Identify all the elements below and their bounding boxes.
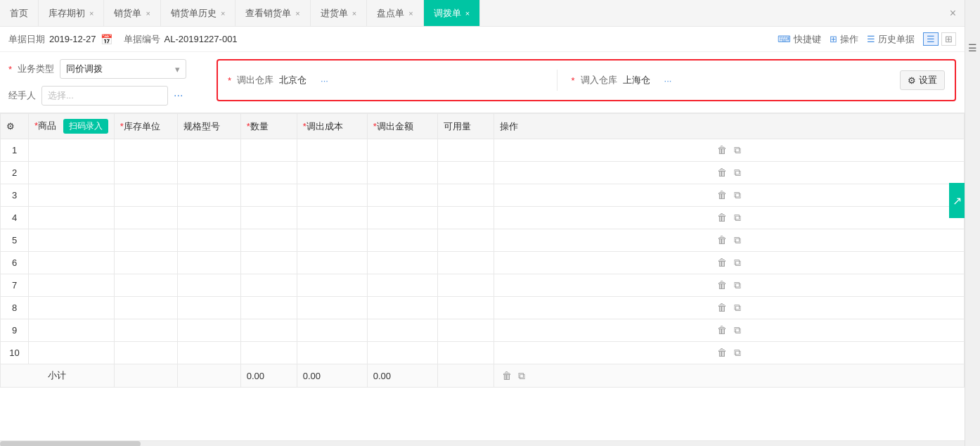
row-unit-10[interactable] bbox=[114, 342, 177, 364]
close-all-tabs[interactable]: × bbox=[941, 7, 965, 20]
subtotal-delete-icon[interactable]: 🗑 bbox=[502, 370, 512, 381]
row-cost-9[interactable] bbox=[297, 319, 367, 342]
tab-close-purchase-order[interactable]: × bbox=[352, 9, 356, 18]
delete-icon-3[interactable]: 🗑 bbox=[717, 189, 727, 200]
layout-grid-icon[interactable]: ⊞ bbox=[941, 32, 956, 46]
row-qty-6[interactable] bbox=[240, 252, 297, 274]
delete-icon-8[interactable]: 🗑 bbox=[717, 302, 727, 313]
row-available-1[interactable] bbox=[437, 139, 494, 162]
tab-transfer[interactable]: 调拨单 × bbox=[424, 0, 480, 26]
row-qty-9[interactable] bbox=[240, 319, 297, 342]
operations-btn[interactable]: ⊞ 操作 bbox=[830, 33, 858, 46]
row-spec-10[interactable] bbox=[177, 342, 240, 364]
row-available-3[interactable] bbox=[437, 184, 494, 207]
copy-icon-7[interactable]: ⧉ bbox=[734, 279, 741, 291]
row-amount-10[interactable] bbox=[367, 342, 437, 364]
row-available-9[interactable] bbox=[437, 319, 494, 342]
row-available-8[interactable] bbox=[437, 297, 494, 319]
copy-icon-10[interactable]: ⧉ bbox=[734, 347, 741, 358]
delete-icon-2[interactable]: 🗑 bbox=[717, 167, 727, 178]
handler-select[interactable]: 选择... bbox=[41, 86, 168, 106]
row-product-7[interactable] bbox=[29, 274, 115, 297]
float-action-button[interactable]: ↗ bbox=[949, 183, 965, 218]
row-unit-1[interactable] bbox=[114, 139, 177, 162]
tab-sales-history[interactable]: 销货单历史 × bbox=[161, 0, 236, 26]
row-amount-9[interactable] bbox=[367, 319, 437, 342]
row-amount-1[interactable] bbox=[367, 139, 437, 162]
settings-button[interactable]: ⚙ 设置 bbox=[900, 70, 945, 90]
row-spec-1[interactable] bbox=[177, 139, 240, 162]
row-product-8[interactable] bbox=[29, 297, 115, 319]
row-cost-4[interactable] bbox=[297, 207, 367, 229]
subtotal-copy-icon[interactable]: ⧉ bbox=[518, 370, 525, 381]
copy-icon-9[interactable]: ⧉ bbox=[734, 324, 741, 336]
business-type-select[interactable]: 同价调拨 ▾ bbox=[60, 59, 186, 79]
delete-icon-10[interactable]: 🗑 bbox=[717, 347, 727, 358]
row-qty-7[interactable] bbox=[240, 274, 297, 297]
row-unit-2[interactable] bbox=[114, 162, 177, 184]
row-spec-4[interactable] bbox=[177, 207, 240, 229]
layout-list-icon[interactable]: ☰ bbox=[923, 32, 939, 46]
row-product-6[interactable] bbox=[29, 252, 115, 274]
row-cost-7[interactable] bbox=[297, 274, 367, 297]
delete-icon-4[interactable]: 🗑 bbox=[717, 212, 727, 223]
copy-icon-6[interactable]: ⧉ bbox=[734, 257, 741, 268]
scroll-thumb[interactable] bbox=[0, 441, 141, 446]
row-amount-6[interactable] bbox=[367, 252, 437, 274]
row-cost-2[interactable] bbox=[297, 162, 367, 184]
row-unit-3[interactable] bbox=[114, 184, 177, 207]
row-unit-8[interactable] bbox=[114, 297, 177, 319]
row-unit-9[interactable] bbox=[114, 319, 177, 342]
side-list-icon[interactable]: ☰ bbox=[968, 42, 977, 53]
row-amount-5[interactable] bbox=[367, 229, 437, 252]
copy-icon-2[interactable]: ⧉ bbox=[734, 167, 741, 178]
calendar-icon[interactable]: 📅 bbox=[101, 34, 112, 45]
row-product-2[interactable] bbox=[29, 162, 115, 184]
row-spec-2[interactable] bbox=[177, 162, 240, 184]
copy-icon-4[interactable]: ⧉ bbox=[734, 212, 741, 223]
row-product-9[interactable] bbox=[29, 319, 115, 342]
row-product-10[interactable] bbox=[29, 342, 115, 364]
row-amount-3[interactable] bbox=[367, 184, 437, 207]
tab-close-sales-order[interactable]: × bbox=[146, 9, 150, 18]
row-product-1[interactable] bbox=[29, 139, 115, 162]
tab-purchase-order[interactable]: 进货单 × bbox=[311, 0, 367, 26]
copy-icon-5[interactable]: ⧉ bbox=[734, 234, 741, 246]
row-cost-8[interactable] bbox=[297, 297, 367, 319]
row-cost-6[interactable] bbox=[297, 252, 367, 274]
row-qty-2[interactable] bbox=[240, 162, 297, 184]
row-spec-9[interactable] bbox=[177, 319, 240, 342]
delete-icon-6[interactable]: 🗑 bbox=[717, 257, 727, 268]
delete-icon-7[interactable]: 🗑 bbox=[717, 279, 727, 291]
row-spec-6[interactable] bbox=[177, 252, 240, 274]
row-qty-4[interactable] bbox=[240, 207, 297, 229]
scan-btn[interactable]: 扫码录入 bbox=[63, 119, 108, 134]
tab-close-transfer[interactable]: × bbox=[465, 9, 470, 18]
row-cost-5[interactable] bbox=[297, 229, 367, 252]
delete-icon-1[interactable]: 🗑 bbox=[717, 144, 727, 155]
row-available-7[interactable] bbox=[437, 274, 494, 297]
row-qty-8[interactable] bbox=[240, 297, 297, 319]
row-unit-6[interactable] bbox=[114, 252, 177, 274]
row-available-4[interactable] bbox=[437, 207, 494, 229]
row-cost-10[interactable] bbox=[297, 342, 367, 364]
row-available-10[interactable] bbox=[437, 342, 494, 364]
row-qty-1[interactable] bbox=[240, 139, 297, 162]
row-product-3[interactable] bbox=[29, 184, 115, 207]
handler-more-btn[interactable]: ··· bbox=[174, 89, 183, 102]
tab-close-stocktake[interactable]: × bbox=[408, 9, 413, 18]
row-spec-3[interactable] bbox=[177, 184, 240, 207]
row-qty-10[interactable] bbox=[240, 342, 297, 364]
row-cost-3[interactable] bbox=[297, 184, 367, 207]
row-product-5[interactable] bbox=[29, 229, 115, 252]
tab-close-inventory-init[interactable]: × bbox=[89, 9, 94, 18]
row-amount-7[interactable] bbox=[367, 274, 437, 297]
row-available-6[interactable] bbox=[437, 252, 494, 274]
row-qty-3[interactable] bbox=[240, 184, 297, 207]
row-available-2[interactable] bbox=[437, 162, 494, 184]
tab-inventory-init[interactable]: 库存期初 × bbox=[39, 0, 104, 26]
scroll-bar[interactable] bbox=[0, 440, 965, 446]
row-qty-5[interactable] bbox=[240, 229, 297, 252]
delete-icon-9[interactable]: 🗑 bbox=[717, 324, 727, 336]
tab-home[interactable]: 首页 bbox=[0, 0, 39, 26]
